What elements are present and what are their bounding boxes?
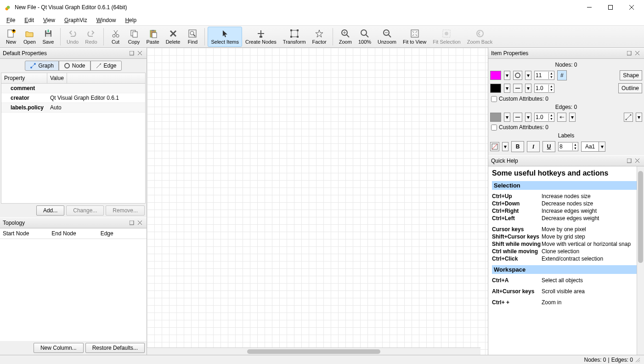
menu-edit[interactable]: Edit	[20, 16, 39, 24]
new-column-button[interactable]: New Column...	[34, 343, 84, 353]
property-row[interactable]: creatorQt Visual Graph Editor 0.6.1	[1, 93, 145, 103]
restore-defaults-button[interactable]: Restore Defaults...	[85, 343, 145, 353]
svg-rect-30	[297, 29, 299, 31]
dropdown-icon[interactable]: ▾	[504, 71, 510, 80]
svg-point-37	[361, 30, 367, 35]
node-stroke-input[interactable]: ▲▼	[534, 84, 554, 93]
edge-stroke-input[interactable]: ▲▼	[534, 113, 554, 122]
shape-button[interactable]: Shape	[620, 70, 642, 80]
status-edges: Edges: 0	[611, 357, 633, 363]
create-nodes-button[interactable]: Create Nodes	[242, 27, 280, 47]
undock-icon[interactable]	[128, 50, 136, 57]
topology-table-body[interactable]	[0, 239, 147, 341]
hash-toggle[interactable]: #	[557, 70, 567, 80]
change-button[interactable]: Change...	[66, 205, 104, 216]
no-label-icon[interactable]	[490, 142, 499, 151]
dropdown-icon[interactable]: ▾	[525, 71, 531, 80]
add-button[interactable]: Add...	[36, 205, 64, 216]
bold-button[interactable]: B	[511, 141, 524, 152]
nodes-section-label: Nodes: 0	[490, 61, 642, 69]
topology-table-header: Start Node End Node Edge	[0, 228, 147, 239]
topology-header[interactable]: Topology	[0, 217, 147, 228]
menu-view[interactable]: View	[39, 16, 60, 24]
close-icon[interactable]	[634, 50, 641, 57]
custom-attrs-nodes-checkbox[interactable]	[491, 96, 497, 102]
copy-button[interactable]: Copy	[125, 27, 143, 47]
undo-button[interactable]: Undo	[63, 27, 82, 47]
redo-button[interactable]: Redo	[82, 27, 100, 47]
underline-button[interactable]: U	[542, 141, 555, 152]
node-shape-icon[interactable]	[513, 71, 522, 80]
title-bar: New File - Qt Visual Graph Editor 0.6.1 …	[0, 0, 644, 15]
outline-button[interactable]: Outline	[618, 83, 642, 93]
menu-window[interactable]: Window	[92, 16, 121, 24]
transform-button[interactable]: Transform	[280, 27, 309, 47]
property-row[interactable]: labels.policyAuto	[1, 103, 145, 113]
cut-button[interactable]: Cut	[107, 27, 125, 47]
tab-graph[interactable]: Graph	[25, 61, 58, 71]
fit-to-view-button[interactable]: Fit to View	[400, 27, 429, 47]
factor-button[interactable]: Factor	[309, 27, 330, 47]
tab-node[interactable]: Node	[59, 61, 90, 71]
remove-button[interactable]: Remove...	[106, 205, 145, 216]
close-button[interactable]	[621, 0, 642, 14]
paste-button[interactable]: Paste	[143, 27, 163, 47]
zoom-100-button[interactable]: 100%	[355, 27, 374, 47]
undock-icon[interactable]	[128, 219, 136, 227]
edge-style-icon[interactable]	[624, 113, 633, 122]
svg-line-51	[32, 64, 34, 67]
label-size-input[interactable]: ▲▼	[558, 142, 578, 151]
node-fill-color[interactable]	[490, 71, 501, 80]
edge-color[interactable]	[490, 113, 501, 122]
item-properties-header[interactable]: Item Properties	[488, 48, 644, 59]
close-icon[interactable]	[634, 157, 641, 165]
menu-graphviz[interactable]: GraphViz	[60, 16, 92, 24]
menu-help[interactable]: Help	[120, 16, 141, 24]
dropdown-icon[interactable]: ▾	[636, 113, 642, 122]
delete-button[interactable]: Delete	[163, 27, 184, 47]
font-combo[interactable]: Aa1▾	[581, 142, 605, 152]
property-table[interactable]: PropertyValue commentcreatorQt Visual Gr…	[1, 73, 146, 204]
close-icon[interactable]	[136, 219, 144, 227]
undock-icon[interactable]	[626, 157, 633, 165]
dropdown-icon[interactable]: ▾	[525, 113, 531, 122]
zoom-button[interactable]: Zoom	[336, 27, 355, 47]
property-row[interactable]: comment	[1, 84, 145, 93]
open-button[interactable]: Open	[20, 27, 39, 47]
undock-icon[interactable]	[626, 50, 633, 57]
resize-grip-icon[interactable]	[635, 357, 640, 363]
new-button[interactable]: ✦New	[2, 27, 20, 47]
zoom-back-button[interactable]: Zoom Back	[464, 27, 496, 47]
minimize-button[interactable]	[579, 0, 600, 14]
find-button[interactable]: Find	[183, 27, 202, 47]
menu-file[interactable]: File	[2, 16, 20, 24]
node-stroke-color[interactable]	[490, 84, 501, 93]
quick-help-header[interactable]: Quick Help	[488, 155, 644, 166]
italic-button[interactable]: I	[527, 141, 540, 152]
dropdown-icon[interactable]: ▾	[504, 84, 510, 93]
unzoom-button[interactable]: Unzoom	[374, 27, 400, 47]
graph-canvas[interactable]	[147, 48, 488, 355]
default-properties-header[interactable]: Default Properties	[0, 48, 147, 59]
line-style-icon[interactable]	[513, 113, 522, 122]
dropdown-icon[interactable]: ▾	[502, 142, 508, 151]
svg-marker-65	[559, 116, 561, 119]
maximize-button[interactable]	[600, 0, 621, 14]
vertical-scrollbar[interactable]	[637, 166, 644, 355]
select-items-button[interactable]: Select Items	[208, 27, 242, 47]
custom-attrs-edges-checkbox[interactable]	[491, 125, 497, 131]
node-size-input[interactable]: ▲▼	[534, 71, 554, 80]
dropdown-icon[interactable]: ▾	[525, 84, 531, 93]
fit-selection-button[interactable]: Fit Selection	[429, 27, 464, 47]
save-button[interactable]: Save	[39, 27, 57, 47]
dropdown-icon[interactable]: ▾	[569, 113, 576, 122]
svg-point-12	[116, 34, 119, 37]
dropdown-icon[interactable]: ▾	[504, 113, 510, 122]
horizontal-scrollbar[interactable]	[147, 347, 480, 355]
arrow-start-icon[interactable]	[557, 113, 566, 122]
close-icon[interactable]	[136, 50, 144, 57]
line-style-icon[interactable]	[513, 84, 522, 93]
tab-edge[interactable]: Edge	[90, 61, 122, 71]
quick-help-body[interactable]: Some useful hotkeys and actions Selectio…	[488, 166, 644, 355]
menu-bar: File Edit View GraphViz Window Help	[0, 15, 644, 26]
